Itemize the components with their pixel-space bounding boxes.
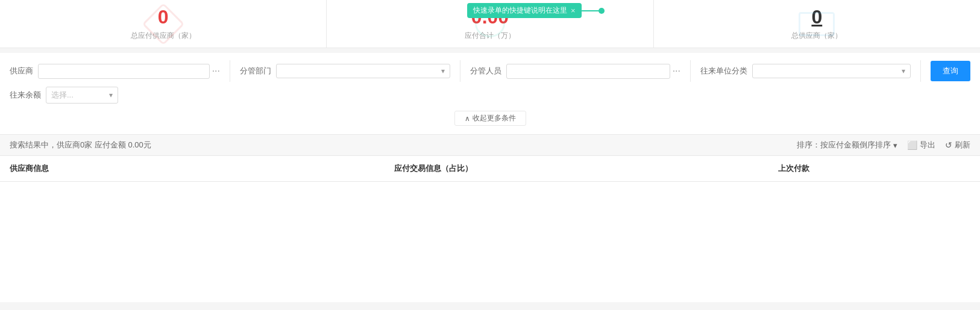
balance-label: 往来余额 <box>10 90 41 101</box>
summary-total-suppliers: 0 总供应商（家） <box>654 0 980 48</box>
manager-label: 分管人员 <box>470 66 501 76</box>
unit-category-chevron: ▾ <box>902 67 905 75</box>
export-button[interactable]: ⬜ 导出 <box>907 140 935 150</box>
export-label: 导出 <box>920 140 935 150</box>
tooltip-dot <box>598 8 605 14</box>
filter-row-1: 供应商 ··· 分管部门 ▾ 分管人员 ··· 往来单位分类 ▾ 查询 <box>10 60 970 82</box>
collapse-row: ∧ 收起更多条件 <box>10 108 970 131</box>
summary-payable-total: 快速录单的快捷键说明在这里 × 0.00 应付合计（万） <box>327 0 653 48</box>
results-info: 搜索结果中，供应商0家 应付金额 0.00元 <box>10 140 151 150</box>
department-chevron: ▾ <box>441 67 445 75</box>
balance-chevron: ▾ <box>109 91 113 99</box>
table-body <box>0 182 980 302</box>
tooltip-close-button[interactable]: × <box>571 6 576 15</box>
results-actions: 排序：按应付金额倒序排序 ▾ ⬜ 导出 ↺ 刷新 <box>797 140 970 150</box>
collapse-label: 收起更多条件 <box>473 113 516 123</box>
diamond-icon <box>148 9 178 39</box>
supplier-input[interactable] <box>38 64 210 79</box>
card-icon <box>799 12 835 36</box>
col-transaction-header: 应付交易信息（占比） <box>394 163 779 174</box>
summary-total-payable-suppliers: 0 总应付供应商（家） <box>0 0 327 48</box>
unit-category-filter-field: 往来单位分类 ▾ <box>691 60 921 82</box>
refresh-button[interactable]: ↺ 刷新 <box>945 140 970 150</box>
refresh-icon: ↺ <box>945 140 952 150</box>
query-button[interactable]: 查询 <box>931 61 970 81</box>
manager-dots[interactable]: ··· <box>673 66 680 76</box>
sort-label: 排序：按应付金额倒序排序 <box>797 140 891 150</box>
balance-placeholder: 选择... <box>51 90 74 101</box>
filter-bar: 供应商 ··· 分管部门 ▾ 分管人员 ··· 往来单位分类 ▾ 查询 <box>0 53 980 135</box>
manager-input[interactable] <box>506 64 670 79</box>
department-label: 分管部门 <box>240 66 271 76</box>
summary-bar: 0 总应付供应商（家） 快速录单的快捷键说明在这里 × 0.00 应付合计（万）… <box>0 0 980 48</box>
shortcut-tooltip: 快速录单的快捷键说明在这里 × <box>467 3 582 18</box>
col-last-payment-header: 上次付款 <box>778 163 970 174</box>
sort-chevron: ▾ <box>893 141 897 150</box>
export-icon: ⬜ <box>907 140 917 150</box>
department-select[interactable]: ▾ <box>276 64 450 78</box>
refresh-label: 刷新 <box>955 140 970 150</box>
results-bar: 搜索结果中，供应商0家 应付金额 0.00元 排序：按应付金额倒序排序 ▾ ⬜ … <box>0 135 980 156</box>
department-filter-field: 分管部门 ▾ <box>230 60 460 82</box>
supplier-dots[interactable]: ··· <box>212 66 220 76</box>
supplier-label: 供应商 <box>10 66 33 76</box>
table-header: 供应商信息 应付交易信息（占比） 上次付款 <box>0 156 980 182</box>
filter-row-2: 往来余额 选择... ▾ <box>10 87 970 108</box>
supplier-filter-field: 供应商 ··· <box>10 60 230 82</box>
balance-select[interactable]: 选择... ▾ <box>46 87 118 104</box>
manager-filter-field: 分管人员 ··· <box>460 60 691 82</box>
collapse-button[interactable]: ∧ 收起更多条件 <box>454 111 526 126</box>
collapse-icon: ∧ <box>465 114 470 123</box>
tooltip-text: 快速录单的快捷键说明在这里 <box>473 5 567 16</box>
unit-category-label: 往来单位分类 <box>700 66 747 76</box>
sort-select[interactable]: 排序：按应付金额倒序排序 ▾ <box>797 140 897 150</box>
unit-category-select[interactable]: ▾ <box>752 64 911 78</box>
col-supplier-info-header: 供应商信息 <box>10 163 394 174</box>
